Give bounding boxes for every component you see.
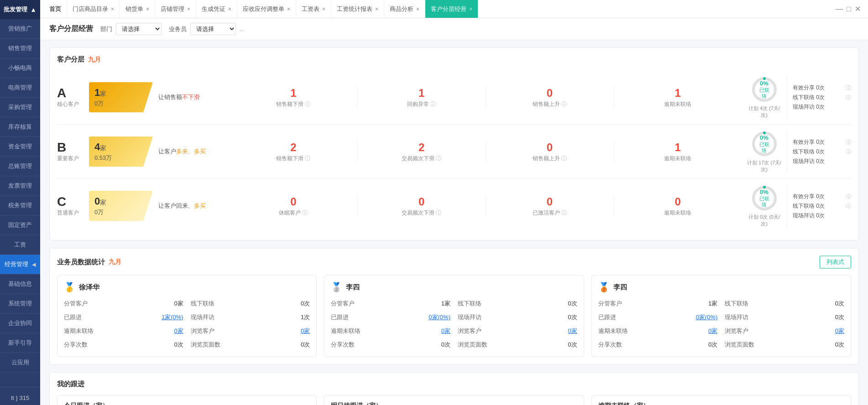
tab-product-analysis[interactable]: 商品分析 × xyxy=(384,0,425,18)
tab-close-icon[interactable]: × xyxy=(228,6,231,12)
tier-c-stat3[interactable]: 0 已激活客户 ⓘ xyxy=(486,195,614,217)
tier-a-label: A 核心客户 xyxy=(57,87,89,108)
sidebar-item-jichu[interactable]: 基础信息 xyxy=(0,274,40,294)
info-icon[interactable]: ⓘ xyxy=(305,155,310,163)
info-icon[interactable]: ⓘ xyxy=(561,100,567,108)
tier-a-follow[interactable]: 1 逾期未联络 xyxy=(614,87,742,108)
tier-b-stat3-num: 0 xyxy=(490,141,610,154)
sidebar-item-kucun[interactable]: 库存核算 xyxy=(0,117,40,137)
info-icon[interactable]: ⓘ xyxy=(846,193,851,200)
tab-close-icon[interactable]: × xyxy=(322,6,325,12)
tab-ar-ap[interactable]: 应收应付调整单 × xyxy=(237,0,296,18)
tab-label: 店铺管理 xyxy=(161,5,184,13)
sidebar-item-zijin[interactable]: 资金管理 xyxy=(0,137,40,157)
tab-store-product[interactable]: 门店商品目录 × xyxy=(67,0,120,18)
tab-customer-tier[interactable]: 客户分层经营 × xyxy=(425,0,478,18)
my-follow-section: 我的跟进 今日跟进（家） 去跟进 未跟踪 已联络 xyxy=(49,372,859,405)
tab-close-icon[interactable]: × xyxy=(146,6,149,12)
info-icon[interactable]: ⓘ xyxy=(436,155,441,163)
tier-c-stats: 0 休眠客户 ⓘ 0 交易频次下滑 ⓘ 0 xyxy=(230,195,742,217)
list-view-button[interactable]: 列表式 xyxy=(820,256,851,268)
tab-sales-order[interactable]: 销货单 × xyxy=(120,0,155,18)
tab-home[interactable]: 首页 xyxy=(44,0,67,18)
sidebar-item-xiaodian[interactable]: 小畅电商 xyxy=(0,58,40,78)
sidebar-item-yingxiao[interactable]: 营销推广 xyxy=(0,19,40,39)
tier-b-count[interactable]: 4家 0.53万 xyxy=(89,137,153,167)
sidebar-item-zongzhang[interactable]: 总账管理 xyxy=(0,157,40,176)
tier-b-stat2[interactable]: 2 交易频次下滑 ⓘ xyxy=(358,141,486,163)
sidebar-item-fapiao[interactable]: 发票管理 xyxy=(0,176,40,196)
tier-a-stat1-num: 1 xyxy=(233,87,354,100)
sidebar-item-gudingzichan[interactable]: 固定资产 xyxy=(0,216,40,235)
sidebar-item-caigou[interactable]: 采购管理 xyxy=(0,98,40,117)
info-icon[interactable]: ⓘ xyxy=(561,155,567,163)
tier-a-count[interactable]: 1家 0万 xyxy=(89,82,153,112)
tier-c-follow[interactable]: 0 逾期未联络 xyxy=(614,195,742,217)
info-icon[interactable]: ⓘ xyxy=(302,209,308,217)
info-icon[interactable]: ⓘ xyxy=(561,209,567,217)
tier-a-stat3-num: 0 xyxy=(490,87,610,100)
tier-c-num: 0 xyxy=(94,195,100,207)
sidebar-item-jingying[interactable]: 经营管理 ◀ xyxy=(0,255,40,274)
info-icon[interactable]: ⓘ xyxy=(430,100,436,108)
tier-c-name: 普通客户 xyxy=(57,209,89,217)
info-icon[interactable]: ⓘ xyxy=(305,100,310,108)
sidebar-item-dianshang[interactable]: 电商管理 xyxy=(0,78,40,98)
tier-c-extra-visit: 现场拜访 0次 xyxy=(793,211,851,221)
tab-voucher[interactable]: 生成凭证 × xyxy=(196,0,237,18)
biz-stat-row: 逾期未联络 0家 xyxy=(598,326,718,337)
tier-a-stat3[interactable]: 0 销售额上升 ⓘ xyxy=(486,87,614,108)
tier-a-stats: 1 销售额下滑 ⓘ 1 回购异常 ⓘ 0 xyxy=(230,87,742,108)
tier-c-stat1[interactable]: 0 休眠客户 ⓘ xyxy=(230,195,358,217)
tier-b-extra: 有效分享 0次ⓘ 线下联络 0次ⓘ 现场拜访 0次 xyxy=(787,137,851,166)
sidebar-item-shuiwu[interactable]: 税务管理 xyxy=(0,196,40,216)
tab-label: 首页 xyxy=(49,5,61,13)
tier-a-extra-visit: 现场拜访 0次 xyxy=(793,102,851,112)
info-icon[interactable]: ⓘ xyxy=(436,209,441,217)
sidebar-item-gongzi[interactable]: 工资 xyxy=(0,235,40,255)
tab-close-icon[interactable]: × xyxy=(111,6,114,12)
more-options-icon[interactable]: ... xyxy=(240,26,245,32)
tomorrow-follow-card: 明日待跟进（家） A类（核心）客户 0家 xyxy=(324,395,584,405)
follow-cards-grid: 今日跟进（家） 去跟进 未跟踪 已联络 未联络 🔴 xyxy=(57,395,851,405)
sidebar-item-xitong[interactable]: 系统管理 xyxy=(0,294,40,314)
tab-close-icon[interactable]: × xyxy=(469,6,472,12)
tab-bar: 首页 门店商品目录 × 销货单 × 店铺管理 × 生成凭证 × 应收应付调整单 … xyxy=(40,0,868,18)
tier-c-stat2[interactable]: 0 交易频次下滑 ⓘ xyxy=(358,195,486,217)
tier-b-strategy: 让客户多来、多买 xyxy=(158,147,222,156)
tier-c-follow-num: 0 xyxy=(617,195,738,208)
dept-select[interactable]: 请选择 xyxy=(116,23,162,35)
tier-b-follow[interactable]: 1 逾期未联络 xyxy=(614,141,742,163)
tab-close-icon[interactable]: × xyxy=(416,6,419,12)
window-maximize-icon[interactable]: □ xyxy=(847,5,851,13)
tier-b-circle-label: 已联络 xyxy=(758,142,771,153)
info-icon[interactable]: ⓘ xyxy=(846,203,851,210)
biz-card-2-header: 🥈 李四 xyxy=(331,282,577,293)
sidebar-item-label: 总账管理 xyxy=(8,163,32,169)
tier-b-stat3[interactable]: 0 销售额上升 ⓘ xyxy=(486,141,614,163)
info-icon[interactable]: ⓘ xyxy=(846,84,851,91)
info-icon[interactable]: ⓘ xyxy=(846,139,851,146)
tab-close-icon[interactable]: × xyxy=(187,6,190,12)
tier-c-count[interactable]: 0家 0万 xyxy=(89,191,153,221)
tab-close-icon[interactable]: × xyxy=(375,6,378,12)
sidebar-item-yunyingyong[interactable]: 云应用 xyxy=(0,353,40,373)
tab-payroll[interactable]: 工资表 × xyxy=(296,0,331,18)
sidebar-item-xiaoshou[interactable]: 销售管理 xyxy=(0,39,40,58)
info-icon[interactable]: ⓘ xyxy=(846,148,851,155)
tier-a-extra-offline: 线下联络 0次ⓘ xyxy=(793,93,851,102)
info-icon[interactable]: ⓘ xyxy=(846,94,851,101)
tier-a-stat1[interactable]: 1 销售额下滑 ⓘ xyxy=(230,87,358,108)
window-close-icon[interactable]: ✕ xyxy=(855,5,861,13)
sidebar-collapse-icon[interactable]: ▲ xyxy=(30,6,37,13)
sidebar-item-qiye[interactable]: 企业协同 xyxy=(0,314,40,333)
tier-b-stat1[interactable]: 2 销售额下滑 ⓘ xyxy=(230,141,358,163)
tab-close-icon[interactable]: × xyxy=(287,6,290,12)
window-minimize-icon[interactable]: — xyxy=(836,5,843,13)
tier-a-extra: 有效分享 0次ⓘ 线下联络 0次ⓘ 现场拜访 0次 xyxy=(787,83,851,112)
tab-payroll-report[interactable]: 工资统计报表 × xyxy=(331,0,384,18)
sales-select[interactable]: 请选择 xyxy=(190,23,236,35)
tier-a-stat2[interactable]: 1 回购异常 ⓘ xyxy=(358,87,486,108)
sidebar-item-xinshou[interactable]: 新手引导 xyxy=(0,333,40,353)
tab-store-manage[interactable]: 店铺管理 × xyxy=(155,0,196,18)
